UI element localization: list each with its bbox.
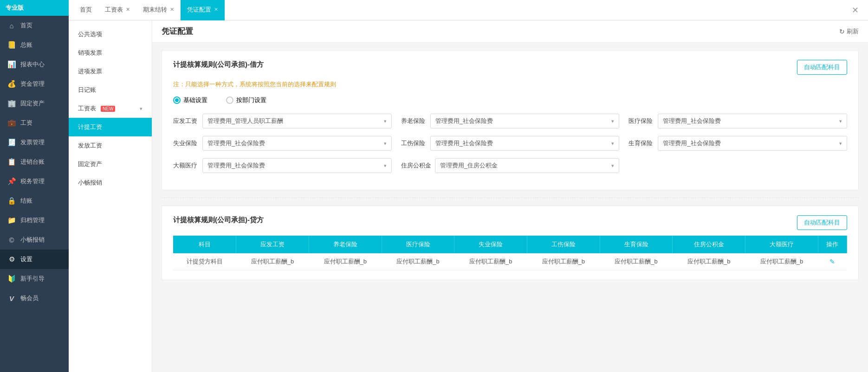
guide-icon: 🔰 bbox=[7, 275, 16, 283]
form-item-large-medical: 大额医疗 管理费用_社会保险费 ▾ bbox=[173, 158, 392, 173]
th-action: 操作 bbox=[818, 236, 847, 253]
chevron-down-icon: ▾ bbox=[140, 106, 143, 112]
sidebar-item-label: 固定资产 bbox=[20, 99, 45, 108]
tab-period-end-close[interactable]: ✕ bbox=[170, 6, 174, 13]
content-area: 公共选项 销项发票 进项发票 日记账 工资表 NEW ▾ 计提工资 发放工资 bbox=[69, 20, 868, 372]
sidebar-item-label: 税务管理 bbox=[20, 177, 45, 186]
auto-match-credit-button[interactable]: 自动匹配科目 bbox=[797, 215, 847, 230]
label-medical: 医疗保险 bbox=[628, 117, 654, 125]
tab-period-end[interactable]: 期末结转 ✕ bbox=[136, 0, 181, 20]
select-housing-fund[interactable]: 管理费用_住房公积金 ▾ bbox=[435, 158, 620, 173]
form-row-3: 大额医疗 管理费用_社会保险费 ▾ 住房公积金 管理费用_住房公积金 ▾ bbox=[173, 158, 847, 173]
sidebar-item-label: 进销台账 bbox=[20, 158, 45, 166]
left-nav-input-invoice[interactable]: 进项发票 bbox=[69, 62, 152, 81]
left-nav-public[interactable]: 公共选项 bbox=[69, 25, 152, 44]
left-nav-cancel-invoice[interactable]: 销项发票 bbox=[69, 44, 152, 62]
label-injury: 工伤保险 bbox=[401, 139, 427, 148]
refresh-button[interactable]: ↻ 刷新 bbox=[839, 27, 859, 36]
radio-department[interactable]: 按部门设置 bbox=[226, 96, 266, 104]
sidebar-item-label: 首页 bbox=[20, 21, 32, 30]
select-pension[interactable]: 管理费用_社会保险费 ▾ bbox=[430, 114, 620, 128]
assets-icon: 🏢 bbox=[7, 99, 16, 108]
sidebar-item-label: 总账 bbox=[20, 41, 32, 49]
left-nav-pay-salary[interactable]: 发放工资 bbox=[69, 136, 152, 155]
td-action[interactable]: ✎ bbox=[818, 253, 847, 270]
sidebar-item-invoice[interactable]: 🧾 发票管理 bbox=[0, 133, 69, 152]
chevron-down-icon: ▾ bbox=[611, 163, 614, 169]
sidebar-item-member[interactable]: V 畅会员 bbox=[0, 289, 69, 308]
tab-home[interactable]: 首页 bbox=[73, 0, 98, 20]
select-payroll[interactable]: 管理费用_管理人员职工薪酬 ▾ bbox=[202, 114, 392, 128]
sidebar-item-ledger[interactable]: 📒 总账 bbox=[0, 35, 69, 55]
closing-icon: 🔒 bbox=[7, 197, 16, 205]
section-divider bbox=[162, 198, 859, 198]
select-large-medical[interactable]: 管理费用_社会保险费 ▾ bbox=[202, 158, 392, 173]
form-row-2: 失业保险 管理费用_社会保险费 ▾ 工伤保险 管理费用_社会保险费 ▾ bbox=[173, 136, 847, 151]
sidebar-item-guide[interactable]: 🔰 新手引导 bbox=[0, 269, 69, 289]
td-medical: 应付职工薪酬_b bbox=[382, 253, 454, 270]
th-subject: 科目 bbox=[173, 236, 236, 253]
sidebar-item-label: 报表中心 bbox=[20, 60, 45, 69]
sidebar-item-xiaochang[interactable]: © 小畅报销 bbox=[0, 230, 69, 250]
left-nav-calc-salary[interactable]: 计提工资 bbox=[69, 118, 152, 136]
page-title: 凭证配置 bbox=[162, 26, 193, 37]
table-row: 计提贷方科目 应付职工薪酬_b 应付职工薪酬_b 应付职工薪酬_b 应付职工薪酬… bbox=[173, 253, 847, 270]
xiaochang-icon: © bbox=[7, 236, 16, 244]
select-unemployment[interactable]: 管理费用_社会保险费 ▾ bbox=[202, 136, 392, 151]
sidebar-item-tax[interactable]: 📌 税务管理 bbox=[0, 172, 69, 191]
chevron-down-icon: ▾ bbox=[384, 141, 387, 147]
left-nav-xiaochang-expense[interactable]: 小畅报销 bbox=[69, 173, 152, 192]
settings-icon: ⚙ bbox=[7, 255, 16, 263]
tab-salary-table-label: 工资表 bbox=[105, 6, 123, 14]
credit-table: 科目 应发工资 养老保险 医疗保险 失业保险 工伤保险 生育保险 住房公积金 大… bbox=[173, 236, 847, 270]
edit-icon[interactable]: ✎ bbox=[829, 258, 835, 265]
auto-match-debit-button[interactable]: 自动匹配科目 bbox=[797, 60, 847, 75]
sidebar-item-salary[interactable]: 💼 工资 bbox=[0, 113, 69, 133]
chevron-down-icon: ▾ bbox=[839, 118, 842, 124]
tab-bar: 首页 工资表 ✕ 期末结转 ✕ 凭证配置 ✕ ✕ bbox=[69, 0, 868, 20]
label-maternity: 生育保险 bbox=[628, 139, 654, 148]
form-item-maternity: 生育保险 管理费用_社会保险费 ▾ bbox=[628, 136, 847, 151]
th-medical: 医疗保险 bbox=[382, 236, 454, 253]
select-injury[interactable]: 管理费用_社会保险费 ▾ bbox=[430, 136, 620, 151]
th-payroll: 应发工资 bbox=[236, 236, 309, 253]
ledger-icon: 📒 bbox=[7, 41, 16, 49]
home-icon: ⌂ bbox=[7, 22, 16, 30]
sidebar-item-archive[interactable]: 📁 归档管理 bbox=[0, 211, 69, 230]
left-nav-fixed-assets[interactable]: 固定资产 bbox=[69, 155, 152, 173]
sidebar-item-report[interactable]: 📊 报表中心 bbox=[0, 55, 69, 74]
label-housing-fund: 住房公积金 bbox=[401, 161, 431, 170]
tab-voucher-config[interactable]: 凭证配置 ✕ bbox=[181, 0, 225, 20]
sidebar-item-purchase[interactable]: 📋 进销台账 bbox=[0, 152, 69, 172]
radio-basic[interactable]: 基础设置 bbox=[173, 96, 207, 104]
section-debit-note: 注：只能选择一种方式，系统将按照您当前的选择来配置规则 bbox=[173, 80, 847, 89]
form-row-1: 应发工资 管理费用_管理人员职工薪酬 ▾ 养老保险 管理费用_社会保险费 ▾ bbox=[173, 114, 847, 128]
finance-icon: 💰 bbox=[7, 80, 16, 88]
td-large-medical: 应付职工薪酬_b bbox=[745, 253, 818, 270]
sidebar-item-label: 小畅报销 bbox=[20, 236, 45, 244]
tab-salary-table-close[interactable]: ✕ bbox=[126, 6, 130, 13]
tab-voucher-config-label: 凭证配置 bbox=[187, 6, 211, 14]
window-close-button[interactable]: ✕ bbox=[847, 5, 863, 15]
sidebar-item-settings[interactable]: ⚙ 设置 bbox=[0, 250, 69, 269]
sidebar-item-assets[interactable]: 🏢 固定资产 bbox=[0, 94, 69, 113]
section-debit-header: 计提核算规则(公司承担)-借方 自动匹配科目 bbox=[173, 60, 847, 75]
tab-voucher-config-close[interactable]: ✕ bbox=[214, 6, 218, 13]
radio-basic-circle bbox=[173, 96, 181, 104]
sections-wrapper: 计提核算规则(公司承担)-借方 自动匹配科目 注：只能选择一种方式，系统将按照您… bbox=[152, 43, 868, 295]
tab-salary-table[interactable]: 工资表 ✕ bbox=[98, 0, 136, 20]
sidebar-item-finance[interactable]: 💰 资金管理 bbox=[0, 74, 69, 94]
td-maternity: 应付职工薪酬_b bbox=[600, 253, 673, 270]
sidebar-item-home[interactable]: ⌂ 首页 bbox=[0, 16, 69, 35]
select-maternity[interactable]: 管理费用_社会保险费 ▾ bbox=[658, 136, 847, 151]
left-nav-diary[interactable]: 日记账 bbox=[69, 81, 152, 99]
app-logo: 专业版 bbox=[0, 0, 69, 16]
tab-home-label: 首页 bbox=[80, 6, 92, 14]
page-header: 凭证配置 ↻ 刷新 bbox=[152, 20, 868, 43]
th-pension: 养老保险 bbox=[309, 236, 382, 253]
sidebar-item-closing[interactable]: 🔒 结账 bbox=[0, 191, 69, 211]
label-pension: 养老保险 bbox=[401, 117, 427, 125]
select-medical[interactable]: 管理费用_社会保险费 ▾ bbox=[658, 114, 847, 128]
th-injury: 工伤保险 bbox=[527, 236, 600, 253]
left-nav-salary-table[interactable]: 工资表 NEW ▾ bbox=[69, 99, 152, 118]
